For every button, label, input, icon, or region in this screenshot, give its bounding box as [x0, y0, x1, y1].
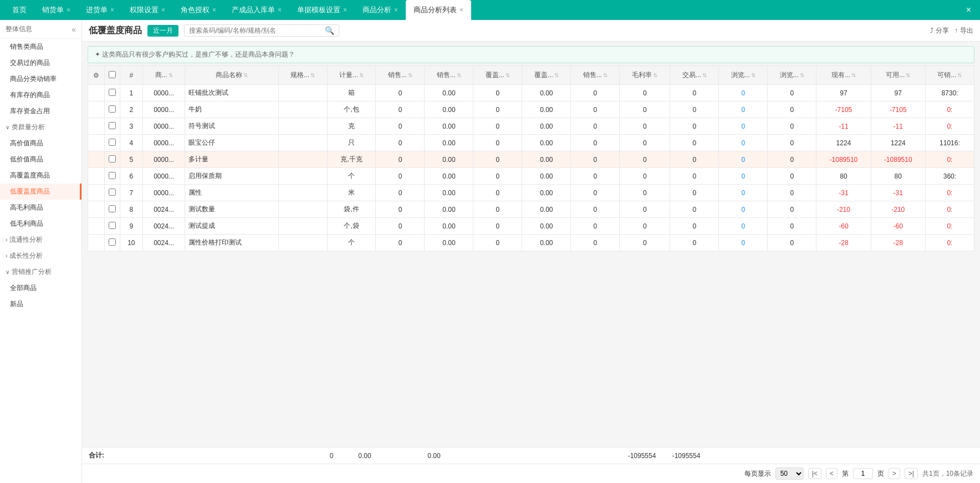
checkbox-cell[interactable] — [105, 235, 120, 251]
code-cell: 0000... — [142, 118, 185, 135]
tab-purchase-close[interactable]: × — [110, 6, 114, 14]
checkbox-cell[interactable] — [105, 218, 120, 235]
tab-product-analysis-list[interactable]: 商品分析列表 × — [406, 0, 471, 20]
tab-product-analysis-close[interactable]: × — [394, 6, 398, 14]
transaction-column-header[interactable]: 交易...⇅ — [670, 66, 719, 85]
sidebar-item-new-goods[interactable]: 新品 — [0, 296, 81, 312]
browse1-cell[interactable]: 0 — [719, 85, 768, 101]
sidebar-item-low-value[interactable]: 低价值商品 — [0, 151, 81, 167]
current-page-input[interactable] — [853, 468, 873, 479]
checkbox-cell[interactable] — [105, 135, 120, 151]
tab-template-close[interactable]: × — [343, 6, 347, 14]
sidebar-item-low-profit[interactable]: 低毛利商品 — [0, 216, 81, 232]
table-container[interactable]: ⚙ # 商...⇅ 商品名称⇅ 规格...⇅ 计量...⇅ 销售...⇅ 销售.… — [82, 65, 980, 447]
row-checkbox[interactable] — [109, 172, 116, 179]
tab-purchase[interactable]: 进货单 × — [78, 0, 122, 20]
last-page-button[interactable]: >| — [905, 468, 918, 479]
tab-permissions-close[interactable]: × — [161, 6, 165, 14]
sidebar-item-high-profit[interactable]: 高毛利商品 — [0, 200, 81, 216]
sales-count-cell: 0 — [376, 201, 425, 218]
tab-product-entry[interactable]: 产成品入库单 × — [224, 0, 289, 20]
tab-home[interactable]: 首页 — [4, 0, 34, 20]
browse1-cell[interactable]: 0 — [719, 235, 768, 251]
sidebar-item-sales-goods[interactable]: 销售类商品 — [0, 39, 81, 55]
sidebar-item-inventory-capital[interactable]: 库存资金占用 — [0, 103, 81, 119]
sidebar-section-quantity-title[interactable]: ∨ 类群量分析 — [0, 119, 81, 135]
browse1-cell[interactable]: 0 — [719, 168, 768, 185]
tab-product-entry-close[interactable]: × — [278, 6, 282, 14]
sidebar-section-growth-title[interactable]: › 成长性分析 — [0, 248, 81, 264]
gross-margin-column-header[interactable]: 毛利率⇅ — [620, 66, 670, 85]
unit-column-header[interactable]: 计量...⇅ — [327, 66, 376, 85]
name-column-header[interactable]: 商品名称⇅ — [185, 66, 278, 85]
search-input[interactable] — [189, 27, 325, 34]
sidebar-item-traded-goods[interactable]: 交易过的商品 — [0, 55, 81, 71]
sidebar-collapse-button[interactable]: « — [72, 25, 76, 34]
checkbox-cell[interactable] — [105, 85, 120, 101]
spec-column-header[interactable]: 规格...⇅ — [278, 66, 327, 85]
checkbox-cell[interactable] — [105, 118, 120, 135]
sidebar-section-marketing-title[interactable]: ∨ 营销推广分析 — [0, 264, 81, 280]
browse1-cell[interactable]: 0 — [719, 151, 768, 168]
browse1-cell[interactable]: 0 — [719, 101, 768, 118]
browse1-cell[interactable]: 0 — [719, 185, 768, 201]
tab-role-auth-close[interactable]: × — [212, 6, 216, 14]
browse1-cell[interactable]: 0 — [719, 218, 768, 235]
browse2-column-header[interactable]: 浏览...⇅ — [768, 66, 816, 85]
sales-extra-column-header[interactable]: 销售...⇅ — [571, 66, 620, 85]
current-stock-column-header[interactable]: 现有...⇅ — [816, 66, 871, 85]
row-checkbox[interactable] — [109, 139, 116, 146]
sidebar-item-high-coverage[interactable]: 高覆盖度商品 — [0, 167, 81, 184]
time-filter-button[interactable]: 近一月 — [147, 25, 178, 37]
sidebar-item-low-coverage[interactable]: 低覆盖度商品 — [0, 184, 81, 200]
tab-role-auth[interactable]: 角色授权 × — [173, 0, 224, 20]
tab-template[interactable]: 单据模板设置 × — [289, 0, 355, 20]
checkbox-column-header[interactable] — [105, 66, 120, 85]
sidebar-section-flow-title[interactable]: › 流通性分析 — [0, 232, 81, 248]
page-size-select[interactable]: 50 100 200 — [775, 467, 804, 480]
checkbox-cell[interactable] — [105, 185, 120, 201]
share-button[interactable]: ⤴ 分享 — [930, 26, 949, 35]
code-column-header[interactable]: 商...⇅ — [142, 66, 185, 85]
row-checkbox[interactable] — [109, 189, 116, 196]
checkbox-cell[interactable] — [105, 168, 120, 185]
tab-permissions[interactable]: 权限设置 × — [122, 0, 173, 20]
sales-amount-column-header[interactable]: 销售...⇅ — [425, 66, 473, 85]
search-icon[interactable]: 🔍 — [325, 26, 334, 35]
checkbox-cell[interactable] — [105, 151, 120, 168]
select-all-checkbox[interactable] — [109, 71, 116, 78]
sidebar-item-inventory-goods[interactable]: 有库存的商品 — [0, 87, 81, 103]
tab-product-analysis-list-close[interactable]: × — [460, 6, 463, 14]
tab-product-analysis[interactable]: 商品分析 × — [355, 0, 406, 20]
saleable-column-header[interactable]: 可销...⇅ — [925, 66, 974, 85]
sidebar-item-high-value[interactable]: 高价值商品 — [0, 135, 81, 151]
row-checkbox[interactable] — [109, 105, 116, 113]
row-checkbox[interactable] — [109, 222, 116, 229]
first-page-button[interactable]: |< — [808, 468, 821, 479]
coverage2-column-header[interactable]: 覆盖...⇅ — [522, 66, 571, 85]
browse1-column-header[interactable]: 浏览...⇅ — [719, 66, 768, 85]
row-checkbox[interactable] — [109, 238, 116, 246]
next-page-button[interactable]: > — [889, 468, 900, 479]
coverage1-column-header[interactable]: 覆盖...⇅ — [473, 66, 522, 85]
browse1-cell[interactable]: 0 — [719, 201, 768, 218]
row-checkbox[interactable] — [109, 205, 116, 212]
tab-sales[interactable]: 销货单 × — [34, 0, 78, 20]
row-checkbox[interactable] — [109, 89, 116, 96]
close-all-tabs-button[interactable]: × — [962, 5, 976, 15]
available-column-header[interactable]: 可用...⇅ — [871, 66, 925, 85]
row-checkbox[interactable] — [109, 122, 116, 129]
sales-count-column-header[interactable]: 销售...⇅ — [376, 66, 425, 85]
tab-sales-close[interactable]: × — [67, 6, 70, 14]
browse1-cell[interactable]: 0 — [719, 118, 768, 135]
sidebar-item-category-turnover[interactable]: 商品分类动销率 — [0, 71, 81, 87]
checkbox-cell[interactable] — [105, 101, 120, 118]
settings-column-header[interactable]: ⚙ — [88, 66, 105, 85]
checkbox-cell[interactable] — [105, 201, 120, 218]
settings-cell — [88, 168, 105, 185]
browse1-cell[interactable]: 0 — [719, 135, 768, 151]
prev-page-button[interactable]: < — [826, 468, 838, 479]
row-checkbox[interactable] — [109, 155, 116, 162]
export-button[interactable]: ↑ 导出 — [955, 26, 973, 35]
sidebar-item-all-goods[interactable]: 全部商品 — [0, 280, 81, 296]
